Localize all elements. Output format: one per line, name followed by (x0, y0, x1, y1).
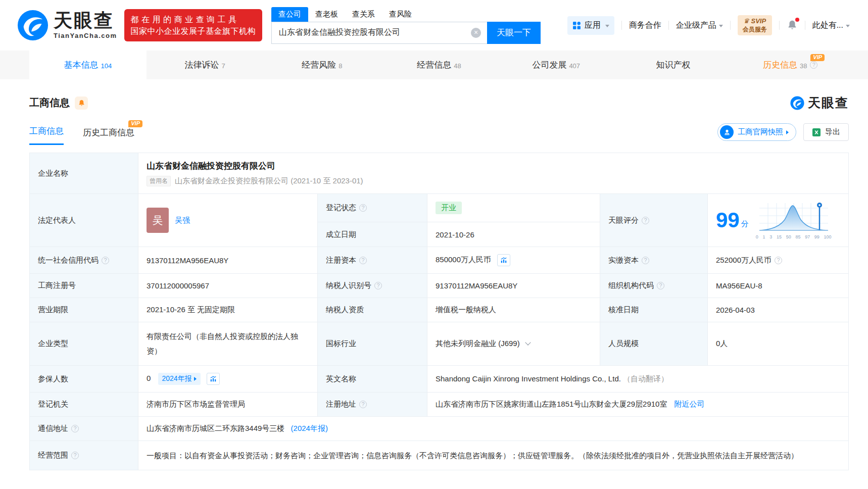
taxpayer-id-value: 91370112MA956EAU8Y (427, 274, 600, 298)
help-icon[interactable]: ? (642, 257, 649, 264)
help-icon[interactable]: ? (102, 257, 109, 264)
logo-domain: TianYanCha.com (54, 32, 117, 39)
table-row: 企业类型 有限责任公司（非自然人投资或控股的法人独资） 国标行业 其他未列明金融… (30, 322, 849, 366)
business-info-table: 企业名称 山东省财金信融投资控股有限公司 曾用名 山东省财金政企投资控股有限公司… (29, 153, 849, 470)
help-icon[interactable]: ? (359, 257, 367, 264)
vip-badge: VIP (128, 120, 142, 127)
taxpayer-id-label: 纳税人识别号 (326, 281, 371, 289)
export-label: 导出 (825, 127, 840, 137)
chevron-down-icon[interactable] (525, 339, 531, 345)
menu-enterprise[interactable]: 企业级产品 (676, 20, 723, 31)
subtab-business-info[interactable]: 工商信息 (29, 125, 64, 145)
reg-capital-value: 850000万人民币 (436, 255, 491, 264)
trend-chart-icon (500, 257, 507, 264)
search-tab-relation[interactable]: 查关系 (345, 7, 382, 22)
table-row: 通信地址? 山东省济南市历城区二环东路3449号三楼 (2024年报) (30, 417, 849, 441)
status-badge: 开业 (436, 202, 462, 214)
reg-authority-value: 济南市历下区市场监督管理局 (138, 393, 318, 417)
section-title: 工商信息 (29, 96, 70, 110)
notification-bell[interactable] (787, 19, 798, 32)
apps-menu[interactable]: 应用 (567, 16, 614, 35)
help-icon[interactable]: ? (642, 217, 649, 224)
help-icon[interactable]: ? (810, 61, 817, 69)
reg-address-value: 山东省济南市历下区姚家街道山左路1851号山东财金大厦29层2910室 (436, 400, 667, 408)
mail-address-label: 通信地址 (38, 424, 68, 432)
legal-rep-avatar[interactable]: 吴 (147, 208, 169, 233)
tab-history-info[interactable]: VIP 历史信息 38 ? (732, 51, 849, 79)
search-tab-risk[interactable]: 查风险 (382, 7, 419, 22)
table-row: 企业名称 山东省财金信融投资控股有限公司 曾用名 山东省财金政企投资控股有限公司… (30, 153, 849, 194)
subtab-label: 历史工商信息 (83, 128, 134, 137)
help-icon[interactable]: ? (775, 257, 782, 264)
mail-address-value: 山东省济南市历城区二环东路3449号三楼 (147, 424, 284, 432)
help-icon[interactable]: ? (71, 452, 79, 459)
trend-chart-icon (210, 375, 217, 382)
annual-report-badge[interactable]: 2024年报 (158, 373, 201, 385)
divider (805, 21, 805, 30)
taxpayer-quality-value: 增值税一般纳税人 (427, 298, 600, 322)
reg-capital-label: 注册资本 (326, 256, 356, 264)
svip-member-button[interactable]: ♛ SVIP 会员服务 (738, 15, 772, 35)
tab-label: 历史信息 (763, 59, 797, 71)
snapshot-label: 工商官网快照 (738, 127, 783, 137)
chevron-down-icon (719, 25, 723, 27)
tab-label: 知识产权 (656, 59, 690, 71)
tab-basic-info[interactable]: 基本信息 104 (29, 51, 147, 79)
table-row: 经营范围? 一般项目：以自有资金从事投资活动；财务咨询；企业管理咨询；信息咨询服… (30, 441, 849, 470)
table-row: 统一社会信用代码? 91370112MA956EAU8Y 注册资本? 85000… (30, 247, 849, 274)
company-name-value: 山东省财金信融投资控股有限公司 (147, 160, 840, 172)
stamp-icon (720, 125, 734, 139)
credit-code-value: 91370112MA956EAU8Y (138, 247, 318, 274)
search-tabs: 查公司 查老板 查关系 查风险 (271, 7, 541, 22)
tab-intellectual-property[interactable]: 知识产权 (615, 51, 732, 79)
logo-text: 天眼查 (54, 11, 117, 30)
tianyancha-logo[interactable]: 天眼查 TianYanCha.com (17, 10, 117, 41)
help-icon[interactable]: ? (71, 425, 79, 432)
search-input[interactable] (271, 22, 487, 44)
menu-more[interactable]: 此处有... (812, 20, 850, 31)
table-row: 工商注册号 370112000005967 纳税人识别号? 91370112MA… (30, 274, 849, 298)
subscribe-bell-button[interactable] (75, 96, 88, 110)
play-icon (194, 377, 197, 381)
table-row: 法定代表人 吴 吴强 登记状态? 开业 天眼评分? 99 分 (30, 194, 849, 222)
legal-rep-link[interactable]: 吴强 (175, 216, 190, 225)
score-unit: 分 (741, 219, 749, 229)
menu-cooperation[interactable]: 商务合作 (629, 20, 661, 31)
divider (668, 21, 669, 30)
clear-icon[interactable]: × (471, 28, 481, 38)
subtab-history-business-info[interactable]: VIP 历史工商信息 (83, 127, 134, 145)
tab-legal-proceedings[interactable]: 法律诉讼 7 (147, 51, 264, 79)
taxpayer-quality-label: 纳税人资质 (318, 298, 427, 322)
excel-icon (812, 128, 821, 137)
legal-rep-label: 法定代表人 (30, 194, 138, 247)
capital-trend-button[interactable] (497, 254, 510, 266)
tab-label: 基本信息 (64, 59, 99, 71)
official-snapshot-button[interactable]: 工商官网快照 (717, 123, 796, 141)
chevron-down-icon (846, 25, 850, 27)
brand-name: 天眼查 (808, 94, 849, 111)
help-icon[interactable]: ? (359, 204, 367, 212)
nearby-companies-link[interactable]: 附近公司 (674, 400, 705, 408)
search-tab-boss[interactable]: 查老板 (308, 7, 345, 22)
tab-company-development[interactable]: 公司发展 407 (498, 51, 615, 79)
tab-count: 38 (800, 62, 807, 70)
annual-report-link[interactable]: (2024年报) (291, 424, 328, 432)
search-button[interactable]: 天眼一下 (487, 22, 541, 44)
help-icon[interactable]: ? (359, 401, 367, 408)
help-icon[interactable]: ? (374, 282, 382, 289)
help-icon[interactable]: ? (657, 282, 664, 289)
reg-number-label: 工商注册号 (30, 274, 138, 298)
brand-swirl-icon (790, 96, 804, 110)
chevron-down-icon (605, 25, 609, 27)
tab-operation-info[interactable]: 经营信息 48 (380, 51, 498, 79)
vip-badge: VIP (810, 54, 825, 61)
tab-label: 法律诉讼 (184, 59, 219, 71)
search-tab-company[interactable]: 查公司 (271, 7, 308, 22)
insured-trend-button[interactable] (207, 373, 220, 385)
tab-operation-risk[interactable]: 经营风险 8 (263, 51, 380, 79)
export-button[interactable]: 导出 (803, 123, 849, 141)
business-scope-label: 经营范围 (38, 451, 68, 459)
search-area: 查公司 查老板 查关系 查风险 × 天眼一下 (271, 7, 541, 44)
divider (779, 21, 780, 30)
english-name-label: 英文名称 (318, 366, 427, 393)
